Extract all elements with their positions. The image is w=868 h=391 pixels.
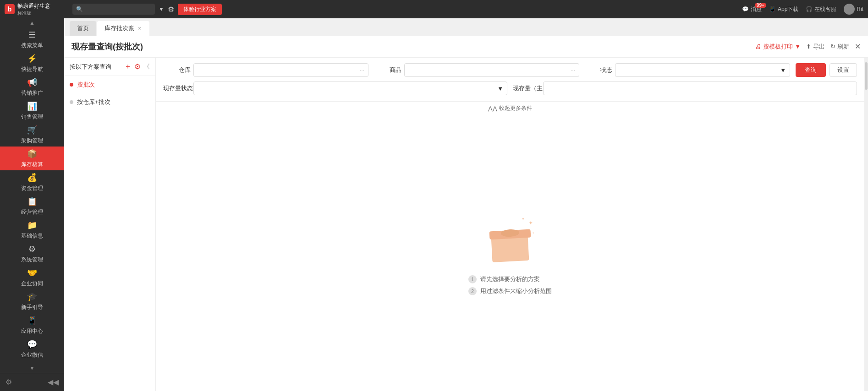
experience-btn[interactable]: 体验行业方案: [178, 4, 222, 15]
marketing-icon: 📢: [27, 77, 37, 87]
export-btn[interactable]: ⬆ 导出: [806, 43, 825, 51]
sidebar-item-label-operations: 经营管理: [21, 208, 43, 216]
logo-icon: b: [5, 4, 15, 14]
gear-btn[interactable]: ⚙: [168, 5, 174, 14]
header-search-input[interactable]: [85, 6, 140, 12]
empty-hint-1: 1 请先选择要分析的方案: [468, 275, 552, 283]
query-btn[interactable]: 查询: [796, 63, 826, 77]
sidebar-scroll-down[interactable]: ▼: [0, 364, 64, 373]
inventory-status-select[interactable]: ▼: [193, 81, 507, 95]
sidebar-item-label-sales: 销售管理: [21, 113, 43, 121]
warehouse-input[interactable]: ···: [193, 63, 368, 77]
user-avatar-btn[interactable]: Rit: [844, 4, 863, 15]
collapse-panel-btn[interactable]: 《: [143, 63, 150, 71]
sidebar-settings-btn[interactable]: ⚙: [5, 378, 12, 386]
sidebar-item-enterprise[interactable]: 🤝 企业协同: [0, 266, 64, 289]
quick-nav-icon: ⚡: [27, 54, 37, 64]
app-download-btn[interactable]: 📱 App下载: [769, 5, 798, 13]
product-input[interactable]: ···: [404, 63, 579, 77]
sidebar-item-sales[interactable]: 📊 销售管理: [0, 99, 64, 123]
inventory-icon: 📦: [27, 149, 37, 159]
inventory-quantity-field: 现存量（主） —: [513, 81, 857, 95]
empty-state: ✦ ✦ ✦ 1 请先选择要分析的方案 2: [156, 115, 864, 391]
sidebar-item-quick-nav[interactable]: ⚡ 快捷导航: [0, 51, 64, 75]
sidebar-item-inventory[interactable]: 📦 库存核算: [0, 147, 64, 170]
tab-close-btn[interactable]: ×: [137, 25, 142, 32]
operations-icon: 📋: [27, 196, 37, 206]
sidebar-item-purchase[interactable]: 🛒 采购管理: [0, 123, 64, 147]
filter-row-1: 仓库 ··· 商品 ···: [163, 63, 857, 77]
avatar: [844, 4, 855, 15]
filter-panel: 按以下方案查询 ＋ ⚙ 《 按批次 按仓库+批次: [64, 58, 156, 391]
filter-settings-btn[interactable]: 设置: [830, 63, 857, 77]
hint1-text: 请先选择要分析的方案: [480, 275, 540, 283]
newbie-icon: 🎓: [27, 292, 37, 302]
print-btn[interactable]: 🖨 按模板打印 ▼: [755, 43, 801, 51]
sidebar-item-operations[interactable]: 📋 经营管理: [0, 194, 64, 218]
edition-label: 标准版: [17, 10, 50, 16]
header-dropdown-btn[interactable]: ▼: [159, 6, 164, 12]
sidebar-item-label-enterprise: 企业协同: [21, 280, 43, 288]
page-content: 现存量查询(按批次) 🖨 按模板打印 ▼ ⬆ 导出 ↻ 刷新: [64, 36, 868, 391]
right-scrollbar[interactable]: [864, 58, 868, 391]
refresh-label: 刷新: [837, 43, 849, 51]
product-more-icon: ···: [571, 67, 575, 73]
sidebar-item-search[interactable]: ☰ 搜索菜单: [0, 27, 64, 51]
filter-collapse-btn[interactable]: ⋀⋀ 收起更多条件: [156, 101, 864, 115]
online-service-btn[interactable]: 🎧 在线客服: [806, 5, 836, 13]
svg-text:✦: ✦: [532, 232, 534, 234]
download-icon: 📱: [769, 6, 776, 12]
top-header: b 畅康通好生意 标准版 🔍 ▼ ⚙ 体验行业方案 💬 消息 99+ 📱 App…: [0, 0, 868, 18]
svg-rect-0: [491, 235, 529, 262]
settings-scheme-btn[interactable]: ⚙: [134, 62, 141, 71]
sidebar-item-system[interactable]: ⚙ 系统管理: [0, 242, 64, 266]
sidebar-scroll-up[interactable]: ▲: [0, 18, 64, 27]
page-title: 现存量查询(按批次): [71, 41, 143, 52]
print-dropdown-icon: ▼: [795, 43, 801, 50]
tab-inventory-batch-label: 库存批次账: [104, 24, 134, 33]
tab-home[interactable]: 首页: [70, 21, 96, 36]
filter-dot-active: [70, 83, 73, 87]
enterprise-icon: 🤝: [27, 268, 37, 278]
logo-area: b 畅康通好生意 标准版: [5, 2, 69, 16]
inventory-quantity-label: 现存量（主）: [513, 84, 540, 92]
warehouse-more-icon: ···: [360, 67, 364, 73]
svg-text:✦: ✦: [522, 217, 525, 221]
empty-svg: ✦ ✦ ✦: [483, 211, 538, 266]
inventory-status-field: 现存量状态 ▼: [163, 81, 507, 95]
inventory-quantity-range[interactable]: —: [543, 81, 857, 95]
filter-panel-header-actions: ＋ ⚙ 《: [124, 62, 150, 71]
sidebar-item-label-quick-nav: 快捷导航: [21, 65, 43, 73]
page-header-actions: 🖨 按模板打印 ▼ ⬆ 导出 ↻ 刷新 ✕: [755, 42, 861, 51]
refresh-btn[interactable]: ↻ 刷新: [830, 43, 849, 51]
sidebar-item-finance[interactable]: 💰 资金管理: [0, 170, 64, 194]
filter-item-warehouse-batch[interactable]: 按仓库+批次: [64, 93, 155, 111]
sidebar-items: ☰ 搜索菜单 ⚡ 快捷导航 📢 营销推广 📊 销售管理 🛒 采购管理 📦 库: [0, 27, 64, 364]
username-label: Rit: [857, 6, 863, 12]
finance-icon: 💰: [27, 173, 37, 183]
filter-item-batch[interactable]: 按批次: [64, 76, 155, 93]
sidebar: ▲ ☰ 搜索菜单 ⚡ 快捷导航 📢 营销推广 📊 销售管理 🛒 采购管理: [0, 18, 64, 391]
sidebar-item-wechat[interactable]: 💬 企业微信: [0, 337, 64, 361]
sidebar-item-marketing[interactable]: 📢 营销推广: [0, 75, 64, 99]
sidebar-item-newbie[interactable]: 🎓 新手引导: [0, 289, 64, 313]
messages-btn[interactable]: 💬 消息 99+: [742, 5, 762, 13]
filter-row-2: 现存量状态 ▼ 现存量（主） —: [163, 81, 857, 95]
sidebar-collapse-btn[interactable]: ◀◀: [48, 378, 59, 386]
sidebar-item-app-center[interactable]: 📱 应用中心: [0, 313, 64, 337]
basic-icon: 📁: [27, 220, 37, 230]
status-select[interactable]: ▼: [615, 63, 790, 77]
tab-inventory-batch[interactable]: 库存批次账 ×: [97, 21, 149, 36]
collapse-up-icon: ⋀⋀: [488, 105, 497, 112]
page-close-btn[interactable]: ✕: [855, 42, 861, 51]
sidebar-item-label-finance: 资金管理: [21, 185, 43, 192]
sidebar-item-basic[interactable]: 📁 基础信息: [0, 218, 64, 242]
app-center-icon: 📱: [27, 315, 37, 326]
sidebar-bottom: ⚙ ◀◀: [0, 373, 64, 391]
status-field: 状态 ▼: [585, 63, 790, 77]
sidebar-item-label-search: 搜索菜单: [21, 42, 43, 49]
wechat-icon: 💬: [27, 339, 37, 349]
add-scheme-btn[interactable]: ＋: [124, 62, 132, 71]
header-search-bar[interactable]: 🔍: [72, 4, 155, 15]
tabs-bar: 首页 库存批次账 ×: [64, 18, 868, 36]
